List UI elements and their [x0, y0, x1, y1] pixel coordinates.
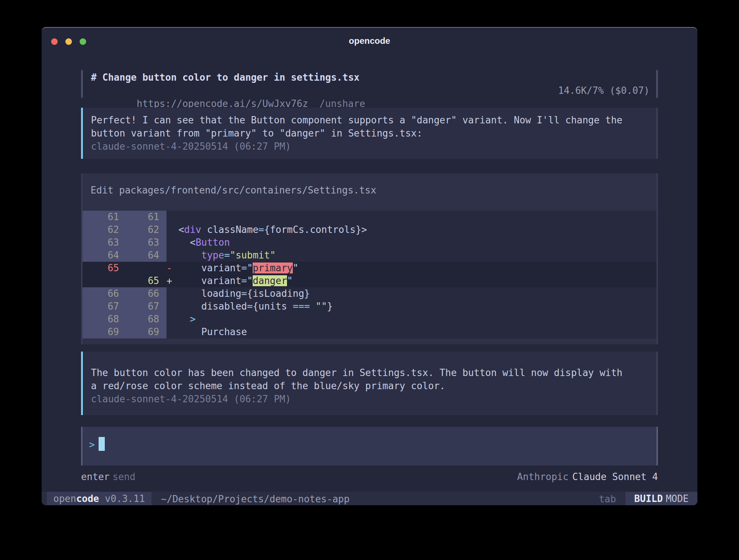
code-token: disabled — [173, 301, 247, 312]
diff-marker — [166, 287, 173, 300]
message-text-line: The button color has been changed to dan… — [91, 366, 656, 379]
message-model-meta: claude-sonnet-4-20250514 (06:27 PM) — [91, 140, 656, 153]
diff-code-line: variant="danger" — [173, 275, 293, 287]
context-usage-stats: 14.6K/7% ($0.07) — [558, 84, 650, 97]
traffic-lights — [51, 38, 86, 45]
old-line-number: 62 — [83, 223, 129, 236]
status-bar: opencodev0.3.11 ~/Desktop/Projects/demo-… — [42, 492, 697, 505]
code-token: " — [293, 262, 299, 273]
code-token: = — [241, 262, 247, 273]
diff-marker — [166, 326, 173, 338]
diff-code-line: <div className={formCs.controls}> — [173, 223, 367, 236]
hints-row: entersend AnthropicClaude Sonnet 4 — [81, 470, 658, 483]
diff-marker — [166, 236, 173, 249]
message-text-line: Perfect! I can see that the Button compo… — [91, 114, 656, 127]
text-cursor — [99, 437, 105, 451]
new-line-number: 62 — [129, 223, 166, 236]
diff-marker — [166, 223, 173, 236]
minimize-window-button[interactable] — [65, 38, 72, 45]
new-line-number: 65 — [129, 275, 166, 287]
app-name-open: open — [53, 493, 76, 504]
new-line-number: 69 — [129, 326, 166, 338]
code-token: " — [247, 262, 253, 273]
edit-tool-card: Edit packages/frontend/src/containers/Se… — [81, 173, 658, 344]
code-token: loading — [173, 288, 241, 299]
diff-row: 65- variant="primary" — [83, 262, 656, 275]
mode-name: BUILD — [634, 493, 663, 504]
diff-marker — [166, 249, 173, 262]
enter-key-label: enter — [81, 471, 110, 482]
diff-row: 6464 type="submit" — [83, 249, 656, 262]
code-token: = — [224, 250, 230, 261]
code-token: "submit" — [230, 250, 276, 261]
code-token: Button — [196, 237, 230, 248]
diff-code-line: type="submit" — [173, 249, 276, 262]
mode-chip: BUILDMODE — [625, 492, 697, 505]
old-line-number: 68 — [83, 313, 129, 326]
new-line-number: 68 — [129, 313, 166, 326]
message-model-meta: claude-sonnet-4-20250514 (06:27 PM) — [91, 392, 656, 406]
code-token: > — [190, 314, 196, 325]
model-label: Claude Sonnet 4 — [572, 471, 658, 482]
message-text-line: a red/rose color scheme instead of the b… — [91, 379, 656, 392]
code-token: {units — [253, 301, 293, 312]
code-token: primary — [253, 262, 293, 273]
old-line-number: 65 — [83, 262, 129, 275]
opencode-window: opencode # Change button color to danger… — [42, 27, 697, 505]
window-titlebar: opencode — [42, 28, 697, 48]
message-text-line: button variant from "primary" to "danger… — [91, 127, 656, 140]
window-title: opencode — [42, 28, 697, 46]
code-token: danger — [253, 275, 287, 286]
diff-marker — [166, 211, 173, 223]
diff-marker — [166, 300, 173, 313]
code-token: } — [327, 301, 333, 312]
old-line-number — [83, 275, 129, 287]
diff-code-line: variant="primary" — [173, 262, 298, 275]
diff-row: 6868 > — [83, 313, 656, 326]
code-token: = — [241, 275, 247, 286]
old-line-number: 61 — [83, 211, 129, 223]
new-line-number: 66 — [129, 287, 166, 300]
code-token: {isLoading} — [247, 288, 310, 299]
code-token — [310, 301, 316, 312]
diff-code-line: Purchase — [173, 326, 247, 338]
code-token — [173, 250, 201, 261]
diff-marker: - — [166, 262, 173, 275]
provider-label: Anthropic — [517, 471, 568, 482]
diff-row: 6161 — [83, 211, 656, 223]
diff-row: 6262 <div className={formCs.controls}> — [83, 223, 656, 236]
prompt-input[interactable]: > — [81, 427, 658, 465]
mode-word: MODE — [666, 493, 689, 504]
diff-code-line: loading={isLoading} — [173, 287, 310, 300]
code-token: = — [259, 224, 264, 235]
code-token: className — [201, 224, 259, 235]
code-token: < — [173, 224, 184, 235]
old-line-number: 63 — [83, 236, 129, 249]
zoom-window-button[interactable] — [80, 38, 86, 45]
close-window-button[interactable] — [51, 38, 58, 45]
diff-marker: + — [166, 275, 173, 287]
code-token: = — [241, 288, 247, 299]
old-line-number: 67 — [83, 300, 129, 313]
diff-code-line: disabled={units === ""} — [173, 300, 333, 313]
code-token: " — [287, 275, 293, 286]
diff-row: 6363 <Button — [83, 236, 656, 249]
working-directory: ~/Desktop/Projects/demo-notes-app — [161, 494, 350, 505]
diff-row: 6969 Purchase — [83, 326, 656, 338]
code-token: variant — [173, 262, 241, 273]
assistant-message: The button color has been changed to dan… — [81, 352, 658, 415]
new-line-number — [129, 262, 166, 275]
edit-tool-title: Edit packages/frontend/src/containers/Se… — [83, 173, 656, 197]
code-token: "" — [315, 301, 327, 312]
code-token — [173, 314, 190, 325]
app-name-code: code — [76, 493, 99, 504]
new-line-number: 64 — [129, 249, 166, 262]
code-token: === — [293, 301, 310, 312]
prompt-symbol: > — [89, 439, 95, 450]
old-line-number: 64 — [83, 249, 129, 262]
session-header: # Change button color to danger in setti… — [81, 70, 658, 98]
desktop-background: opencode # Change button color to danger… — [0, 0, 739, 560]
diff-row: 65+ variant="danger" — [83, 275, 656, 287]
app-version: v0.3.11 — [105, 493, 145, 504]
code-token: {formCs.controls}> — [264, 224, 367, 235]
